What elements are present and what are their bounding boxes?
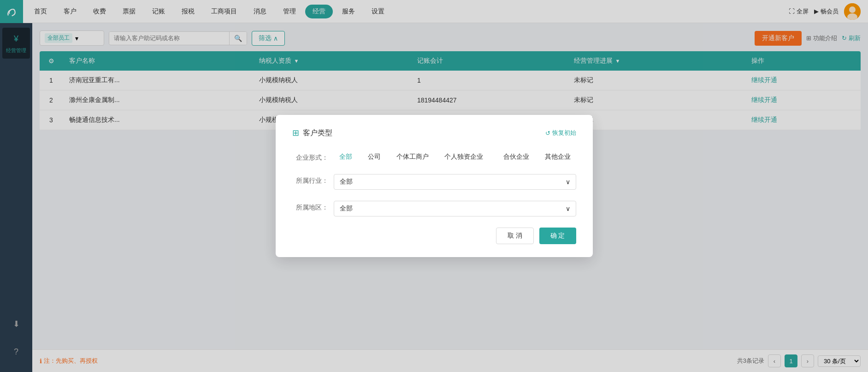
industry-select[interactable]: 全部 ∨: [334, 174, 576, 190]
region-label: 所属地区：: [292, 201, 334, 212]
customer-type-modal: ⊞ 客户类型 ↺ 恢复初始 企业形式： 全部 公司 个体工商户 个人独资企业 合…: [276, 115, 593, 257]
enterprise-form-label: 企业形式：: [292, 151, 334, 162]
confirm-button[interactable]: 确 定: [539, 228, 576, 244]
option-partnership[interactable]: 合伙企业: [498, 151, 535, 163]
industry-value: 全部: [340, 178, 353, 186]
option-other[interactable]: 其他企业: [539, 151, 576, 163]
region-select[interactable]: 全部 ∨: [334, 201, 576, 216]
enterprise-form-row: 企业形式： 全部 公司 个体工商户 个人独资企业 合伙企业 其他企业: [292, 151, 576, 163]
option-all[interactable]: 全部: [334, 151, 358, 163]
region-value: 全部: [340, 204, 353, 213]
cancel-button[interactable]: 取 消: [496, 228, 534, 244]
option-sole-proprietorship[interactable]: 个人独资企业: [439, 151, 489, 163]
modal-title: ⊞ 客户类型: [292, 128, 332, 138]
modal-title-icon: ⊞: [292, 128, 299, 138]
option-company[interactable]: 公司: [362, 151, 386, 163]
reset-button[interactable]: ↺ 恢复初始: [545, 129, 576, 137]
option-individual[interactable]: 个体工商户: [391, 151, 434, 163]
modal-header: ⊞ 客户类型 ↺ 恢复初始: [292, 128, 576, 138]
modal-overlay: ⊞ 客户类型 ↺ 恢复初始 企业形式： 全部 公司 个体工商户 个人独资企业 合…: [0, 0, 868, 372]
region-chevron-icon: ∨: [566, 205, 570, 212]
region-row: 所属地区： 全部 ∨: [292, 201, 576, 216]
enterprise-options: 全部 公司 个体工商户 个人独资企业 合伙企业 其他企业: [334, 151, 576, 163]
industry-row: 所属行业： 全部 ∨: [292, 174, 576, 190]
industry-chevron-icon: ∨: [566, 178, 570, 186]
reset-icon: ↺: [545, 130, 550, 137]
industry-label: 所属行业：: [292, 174, 334, 185]
modal-footer: 取 消 确 定: [292, 228, 576, 244]
